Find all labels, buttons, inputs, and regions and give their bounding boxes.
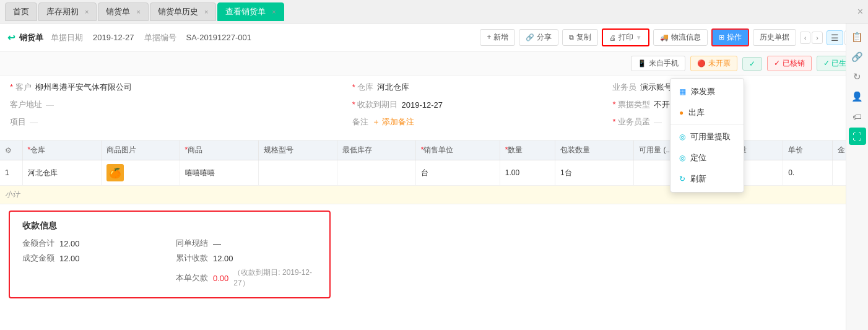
warehouse-field: 仓库 河北仓库 xyxy=(352,82,598,93)
from-phone-button[interactable]: 📱 来自手机 xyxy=(631,56,685,71)
tab-bar: 首页 库存期初 × 销货单 × 销货单历史 × 查看销货单 × × xyxy=(0,0,868,24)
debt-label: 本单欠款 xyxy=(176,272,208,284)
salesperson-label: 业务员 xyxy=(612,82,636,93)
debt-value: 0.00 xyxy=(213,274,228,283)
tab-view-sales[interactable]: 查看销货单 × xyxy=(217,2,284,21)
salesperson2-value: — xyxy=(654,118,662,127)
th-spec: 规格型号 xyxy=(258,141,337,160)
cell-warehouse: 河北仓库 xyxy=(22,160,101,186)
add-note-button[interactable]: ＋添加备注 xyxy=(372,116,414,128)
copy-button[interactable]: ⧉ 复制 xyxy=(562,29,598,46)
close-sales-history[interactable]: × xyxy=(204,8,208,15)
ticket-type-label: 票据类型 xyxy=(612,99,650,110)
doc-actions: + 新增 🔗 分享 ⧉ 复制 🖨 打印 ▼ 🚚 物流信息 ⊞ xyxy=(480,28,861,46)
nav-arrows: ‹ › xyxy=(800,32,823,44)
history-button[interactable]: 历史单据 xyxy=(753,29,796,46)
sidebar-document-icon[interactable]: 📋 xyxy=(849,28,866,46)
sidebar-tag-icon[interactable]: 🏷 xyxy=(849,108,866,125)
invoice-icon: ▦ xyxy=(679,87,686,96)
th-product: *商品 xyxy=(180,141,258,160)
total-label: 金额合计 xyxy=(22,238,54,249)
th-settings[interactable]: ⚙ xyxy=(0,141,22,160)
th-unit: *销售单位 xyxy=(415,141,500,160)
sidebar-link-icon[interactable]: 🔗 xyxy=(849,48,866,66)
main-area: ↩ 销货单 单据日期 2019-12-27 单据编号 SA-20191227-0… xyxy=(0,24,868,330)
th-image: 商品图片 xyxy=(101,141,180,160)
warehouse-label: 仓库 xyxy=(352,82,374,93)
warehouse-value: 河北仓库 xyxy=(377,82,409,93)
cell-pack-qty: 1台 xyxy=(555,160,634,186)
cell-quantity: 1.00 xyxy=(500,160,555,186)
summary-title: 收款信息 xyxy=(22,220,317,232)
address-value: — xyxy=(46,100,54,110)
th-unit-price: 单价 xyxy=(783,141,833,160)
summary-item-same-order: 同单现结 — xyxy=(176,238,317,249)
same-order-value: — xyxy=(213,239,221,248)
doc-title-text: 销货单 xyxy=(19,32,43,43)
list-view-button[interactable]: ☰ xyxy=(827,30,843,45)
tab-home[interactable]: 首页 xyxy=(5,2,37,21)
tab-inventory-init[interactable]: 库存期初 × xyxy=(38,2,97,21)
gear-icon[interactable]: ⚙ xyxy=(5,146,12,155)
th-min-stock: 最低库存 xyxy=(337,141,415,160)
summary-item-debt: 本单欠款 0.00 （收款到期日: 2019-12-27） xyxy=(176,267,317,289)
dropdown-divider xyxy=(671,124,744,125)
deal-value: 12.00 xyxy=(59,254,80,263)
operation-wrapper: ⊞ 操作 xyxy=(711,28,749,46)
th-warehouse: *仓库 xyxy=(22,141,101,160)
date-value: 2019-12-27 xyxy=(93,33,134,42)
cell-unit-price: 0. xyxy=(783,160,833,186)
cell-min-stock xyxy=(337,160,415,186)
dropdown-menu: ▦ 添发票 ● 出库 ◎ 可用量提取 ◎ 定位 ↻ 刷新 xyxy=(670,78,744,193)
not-open-button[interactable]: 🔴 未开票 xyxy=(690,56,737,71)
summary-grid: 金额合计 12.00 同单现结 — 成交金额 12.00 累计收款 12.00 … xyxy=(22,238,317,289)
project-label: 项目 xyxy=(10,116,26,128)
payment-date-label: 收款到期日 xyxy=(352,99,398,110)
tab-sales-order[interactable]: 销货单 × xyxy=(98,2,148,21)
close-sales-order[interactable]: × xyxy=(136,8,140,15)
dropdown-available[interactable]: ◎ 可用量提取 xyxy=(671,126,744,147)
dropdown-add-invoice[interactable]: ▦ 添发票 xyxy=(671,81,744,102)
sold-status[interactable]: ✓ 已核销 xyxy=(767,56,811,71)
address-field: 客户地址 — xyxy=(10,99,337,110)
summary-item-deal: 成交金额 12.00 xyxy=(22,253,163,264)
doc-title-icon: ↩ xyxy=(7,32,15,43)
summary-item-total: 金额合计 12.00 xyxy=(22,238,163,249)
close-window[interactable]: × xyxy=(857,6,863,17)
number-value: SA-20191227-001 xyxy=(186,33,252,42)
sidebar-refresh-icon[interactable]: ↻ xyxy=(849,68,866,85)
note-field: 备注 ＋添加备注 xyxy=(352,116,598,128)
dropdown-outbound[interactable]: ● 出库 xyxy=(671,102,744,123)
new-button[interactable]: + 新增 xyxy=(480,29,514,46)
dropdown-locate[interactable]: ◎ 定位 xyxy=(671,147,744,168)
sidebar-user-icon[interactable]: 👤 xyxy=(849,88,866,105)
check-button[interactable]: ✓ xyxy=(742,57,762,71)
summary-section: 收款信息 金额合计 12.00 同单现结 — 成交金额 12.00 累计收款 1… xyxy=(9,211,331,298)
sidebar-expand-icon[interactable]: ⛶ xyxy=(849,128,866,145)
print-button[interactable]: 🖨 打印 ▼ xyxy=(602,28,649,46)
deal-label: 成交金额 xyxy=(22,253,54,264)
th-quantity: *数量 xyxy=(500,141,555,160)
cell-spec xyxy=(258,160,337,186)
next-button[interactable]: › xyxy=(812,32,823,44)
tab-sales-history[interactable]: 销货单历史 × xyxy=(150,2,216,21)
payment-date-field: 收款到期日 2019-12-27 xyxy=(352,99,598,110)
share-button[interactable]: 🔗 分享 xyxy=(519,29,558,46)
cumulative-value: 12.00 xyxy=(213,254,233,263)
cell-unit: 台 xyxy=(415,160,500,186)
locate-icon: ◎ xyxy=(679,154,685,162)
operation-button[interactable]: ⊞ 操作 xyxy=(711,28,749,46)
cell-num: 1 xyxy=(0,160,22,186)
close-inventory-init[interactable]: × xyxy=(85,8,89,15)
dropdown-refresh[interactable]: ↻ 刷新 xyxy=(671,168,744,189)
logistics-button[interactable]: 🚚 物流信息 xyxy=(653,29,708,46)
th-pack-qty: 包装数量 xyxy=(555,141,634,160)
prev-button[interactable]: ‹ xyxy=(800,32,811,44)
salesperson2-label: 业务员孟 xyxy=(612,116,650,128)
doc-title: ↩ 销货单 xyxy=(7,32,43,43)
summary-item-cumulative: 累计收款 12.00 xyxy=(176,253,317,264)
close-view-sales[interactable]: × xyxy=(272,8,276,15)
product-image: 🍊 xyxy=(106,164,124,181)
outbound-icon: ● xyxy=(679,108,684,117)
doc-meta: 单据日期 2019-12-27 单据编号 SA-20191227-001 xyxy=(51,32,251,43)
